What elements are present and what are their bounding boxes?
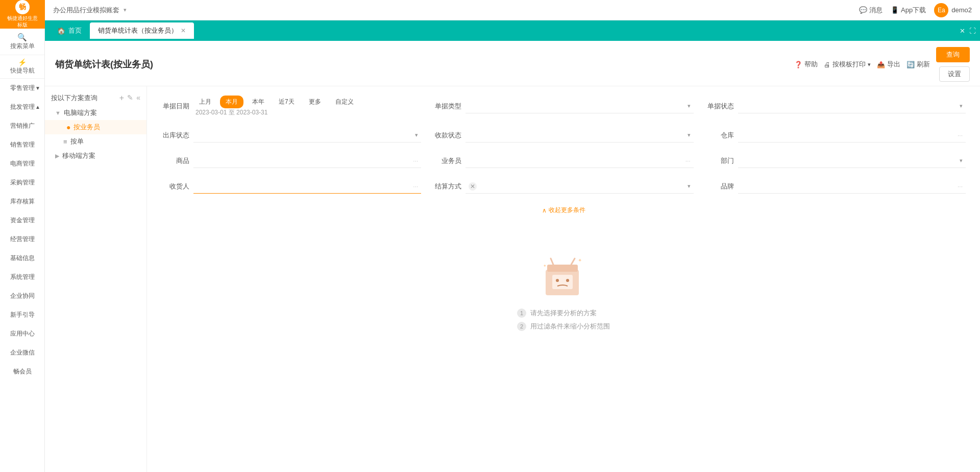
sidebar-item-inventory[interactable]: 库存核算	[0, 192, 44, 211]
tree-arrow-mobile: ▶	[55, 153, 59, 159]
date-btn-custom[interactable]: 自定义	[330, 96, 359, 108]
app-download-button[interactable]: 📱 App下载	[891, 6, 926, 15]
svg-point-3	[556, 279, 559, 282]
salesperson-input[interactable]: ···	[465, 154, 693, 168]
sidebar-item-finance[interactable]: 资金管理	[0, 211, 44, 230]
out-status-input[interactable]: ▾	[193, 128, 421, 143]
out-status-field: 出库状态 ▾	[155, 125, 427, 146]
home-icon: 🏠	[57, 27, 65, 35]
query-section: 查询 设置	[936, 47, 970, 82]
sidebar-item-basic[interactable]: 基础信息	[0, 249, 44, 268]
user-profile[interactable]: Ea demo2	[934, 3, 972, 17]
sidebar-purchase-label: 采购管理	[10, 178, 35, 187]
sidebar-item-wholesale[interactable]: 批发管理 ▲	[0, 98, 44, 116]
header-app-title: 办公用品行业模拟账套	[53, 6, 119, 15]
export-button[interactable]: 📤 导出	[877, 60, 900, 69]
date-label: 单据日期	[161, 102, 189, 111]
sidebar-item-member[interactable]: 畅会员	[0, 362, 44, 381]
sidebar-item-operations[interactable]: 经营管理	[0, 230, 44, 249]
maximize-icon[interactable]: ⛶	[969, 27, 976, 35]
sidebar-quicknav-label: 快捷导航	[0, 66, 44, 75]
date-btn-lastmonth[interactable]: 上月	[193, 96, 217, 108]
product-input[interactable]: ···	[193, 154, 421, 168]
doc-status-input[interactable]: ▾	[738, 99, 966, 113]
doc-type-dropdown-icon: ▾	[688, 103, 691, 109]
tree-desktop[interactable]: ▼ 电脑端方案	[45, 106, 146, 120]
tab-close-icon[interactable]: ✕	[181, 27, 186, 34]
sidebar-item-marketing[interactable]: 营销推广	[0, 116, 44, 135]
app-download-icon: 📱	[891, 6, 899, 14]
salesperson-more-icon: ···	[685, 157, 691, 164]
svg-rect-2	[552, 275, 573, 289]
brand-input[interactable]: ···	[738, 179, 966, 194]
settlement-input[interactable]: ✕ ▾	[465, 179, 693, 194]
settlement-clear-icon[interactable]: ✕	[469, 182, 477, 191]
sidebar-item-purchase[interactable]: 采购管理	[0, 173, 44, 192]
empty-hint-1: 1 请先选择要分析的方案	[517, 309, 610, 318]
tab-sales-stats[interactable]: 销货单统计表（按业务员） ✕	[90, 22, 194, 39]
warehouse-label: 仓库	[706, 131, 734, 140]
tab-home[interactable]: 🏠 首页	[49, 22, 90, 39]
sidebar-item-ecommerce[interactable]: 电商管理	[0, 154, 44, 173]
logo-subtitle: 标版	[17, 21, 28, 29]
template-print-button[interactable]: 🖨 按模板打印 ▾	[824, 60, 871, 69]
consignee-label: 收货人	[161, 182, 189, 191]
sidebar-item-retail[interactable]: 零售管理 ▼	[0, 79, 44, 98]
sidebar-basic-label: 基础信息	[10, 254, 35, 263]
date-btn-more[interactable]: 更多	[303, 96, 327, 108]
tree-by-salesperson[interactable]: ● 按业务员	[45, 120, 146, 134]
date-btn-thisyear[interactable]: 本年	[247, 96, 270, 108]
sidebar-item-newbie[interactable]: 新手引导	[0, 305, 44, 324]
message-button[interactable]: 💬 消息	[859, 6, 883, 15]
sidebar-item-enterprise[interactable]: 企业协同	[0, 287, 44, 305]
sidebar-search[interactable]: 🔍 搜索菜单	[0, 29, 44, 55]
warehouse-input[interactable]: ···	[738, 128, 966, 143]
settlement-dropdown-icon: ▾	[688, 183, 691, 190]
tree-by-order[interactable]: ≡ 按单	[45, 134, 146, 149]
hint-num-2: 2	[517, 322, 526, 331]
sidebar-item-sales[interactable]: 销售管理	[0, 135, 44, 154]
export-label: 导出	[887, 60, 900, 69]
main-content: 办公用品行业模拟账套 ▾ 💬 消息 📱 App下载 Ea demo2 🏠 首页	[45, 0, 980, 472]
query-button[interactable]: 查询	[936, 47, 970, 62]
date-filter: 上月 本月 本年 近7天 更多 自定义	[193, 96, 421, 108]
add-scheme-icon[interactable]: +	[119, 93, 124, 103]
consignee-input[interactable]: ···	[193, 179, 421, 194]
tree-mobile[interactable]: ▶ 移动端方案	[45, 149, 146, 163]
app-download-label: App下载	[901, 6, 926, 15]
product-label: 商品	[161, 156, 189, 166]
department-input[interactable]: ▾	[738, 154, 966, 168]
settings-button[interactable]: 设置	[939, 66, 970, 82]
collapse-panel-icon[interactable]: «	[136, 93, 140, 103]
refresh-button[interactable]: 🔄 刷新	[906, 60, 930, 69]
sidebar-quicknav[interactable]: ⚡ 快捷导航	[0, 55, 44, 79]
scheme-query-label: 按以下方案查询	[51, 93, 97, 103]
tab-home-label: 首页	[68, 26, 82, 35]
sidebar-item-system[interactable]: 系统管理	[0, 268, 44, 287]
product-more-icon: ···	[413, 157, 418, 164]
header-dropdown-icon[interactable]: ▾	[124, 7, 127, 13]
salesperson-icon: ●	[66, 123, 70, 131]
warehouse-more-icon: ···	[958, 132, 963, 139]
edit-scheme-icon[interactable]: ✎	[127, 93, 133, 103]
sidebar-item-weixin[interactable]: 企业微信	[0, 343, 44, 362]
salesperson-label: 业务员	[433, 156, 461, 166]
receive-status-input[interactable]: ▾	[465, 128, 693, 143]
tree-arrow-desktop: ▼	[55, 110, 61, 116]
collapse-button[interactable]: ∧ 收起更多条件	[155, 202, 972, 219]
message-label: 消息	[869, 6, 883, 15]
sidebar-marketing-label: 营销推广	[10, 122, 35, 130]
close-window-icon[interactable]: ✕	[960, 27, 965, 35]
doc-type-label: 单据类型	[433, 102, 461, 111]
consignee-field: 收货人 ···	[155, 176, 427, 197]
collapse-arrow-icon: ∧	[542, 207, 547, 214]
sidebar-wholesale-label: 批发管理	[10, 103, 35, 111]
page-header: 销货单统计表(按业务员) ❓ 帮助 🖨 按模板打印 ▾ 📤 导出	[45, 41, 980, 86]
hint-text-2: 用过滤条件来缩小分析范围	[530, 322, 610, 331]
date-btn-7days[interactable]: 近7天	[273, 96, 300, 108]
doc-type-input[interactable]: ▾	[465, 99, 693, 113]
help-button[interactable]: ❓ 帮助	[794, 60, 818, 69]
sidebar-item-appstore[interactable]: 应用中心	[0, 324, 44, 343]
date-btn-thismonth[interactable]: 本月	[220, 96, 243, 108]
sidebar-search-label: 搜索菜单	[0, 42, 44, 51]
